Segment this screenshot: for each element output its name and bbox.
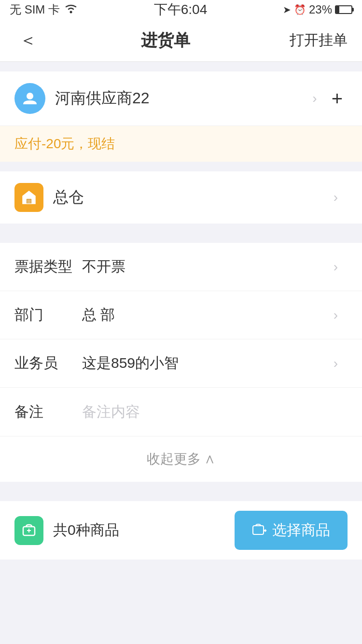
warehouse-row[interactable]: 总仓 › bbox=[0, 171, 362, 224]
warehouse-section: 总仓 › bbox=[0, 171, 362, 224]
page-title: 进货单 bbox=[141, 29, 190, 52]
location-icon: ➤ bbox=[283, 4, 291, 15]
invoice-chevron-icon: › bbox=[334, 259, 338, 275]
form-section: 票据类型 不开票 › 部门 总 部 › 业务员 这是859的小智 › 备注 备注… bbox=[0, 243, 362, 436]
svg-point-1 bbox=[27, 93, 33, 99]
battery-percent: 23% bbox=[309, 3, 332, 16]
invoice-type-label: 票据类型 bbox=[14, 257, 82, 277]
mid-divider1 bbox=[0, 162, 362, 171]
wifi-icon bbox=[64, 3, 78, 16]
page-background bbox=[0, 560, 362, 644]
select-product-label: 选择商品 bbox=[272, 520, 330, 540]
top-divider bbox=[0, 62, 362, 71]
supplier-section: 河南供应商22 › + 应付-20元，现结 bbox=[0, 71, 362, 162]
battery-icon bbox=[335, 5, 352, 14]
bottom-divider bbox=[0, 482, 362, 491]
svg-point-0 bbox=[70, 11, 72, 14]
sim-label: 无 SIM 卡 bbox=[10, 2, 60, 17]
remark-row[interactable]: 备注 备注内容 bbox=[0, 388, 362, 436]
svg-rect-4 bbox=[27, 199, 31, 203]
status-bar: 无 SIM 卡 下午6:04 ➤ ⏰ 23% bbox=[0, 0, 362, 19]
product-count-label: 共0种商品 bbox=[53, 520, 235, 540]
supplier-avatar bbox=[14, 83, 45, 114]
alarm-icon: ⏰ bbox=[294, 4, 306, 15]
department-label: 部门 bbox=[14, 305, 82, 325]
department-chevron-icon: › bbox=[334, 308, 338, 323]
salesperson-chevron-icon: › bbox=[334, 356, 338, 371]
department-row[interactable]: 部门 总 部 › bbox=[0, 291, 362, 339]
open-pending-button[interactable]: 打开挂单 bbox=[290, 30, 348, 50]
department-value: 总 部 bbox=[82, 305, 334, 325]
invoice-type-value: 不开票 bbox=[82, 257, 334, 277]
invoice-type-row[interactable]: 票据类型 不开票 › bbox=[0, 243, 362, 291]
nav-bar: ＜ 进货单 打开挂单 bbox=[0, 19, 362, 62]
svg-rect-8 bbox=[253, 526, 264, 534]
supplier-row[interactable]: 河南供应商22 › + bbox=[0, 71, 362, 126]
add-supplier-button[interactable]: + bbox=[327, 88, 348, 110]
status-left: 无 SIM 卡 bbox=[10, 2, 78, 17]
notice-bar: 应付-20元，现结 bbox=[0, 126, 362, 162]
warehouse-name: 总仓 bbox=[53, 187, 334, 208]
salesperson-label: 业务员 bbox=[14, 353, 82, 373]
supplier-chevron-icon: › bbox=[312, 91, 317, 106]
warehouse-icon bbox=[14, 183, 43, 212]
supplier-name: 河南供应商22 bbox=[55, 88, 312, 109]
collapse-section: 收起更多 ∧ bbox=[0, 436, 362, 482]
remark-input[interactable]: 备注内容 bbox=[82, 402, 348, 422]
mid-divider2 bbox=[0, 224, 362, 233]
warehouse-chevron-icon: › bbox=[334, 190, 338, 205]
product-icon bbox=[14, 516, 43, 545]
bottom-bar: 共0种商品 选择商品 bbox=[0, 501, 362, 560]
salesperson-value: 这是859的小智 bbox=[82, 353, 334, 373]
select-product-button[interactable]: 选择商品 bbox=[235, 511, 348, 550]
status-right: ➤ ⏰ 23% bbox=[283, 3, 352, 16]
collapse-button[interactable]: 收起更多 ∧ bbox=[147, 450, 216, 468]
back-button[interactable]: ＜ bbox=[14, 24, 42, 57]
notice-text: 应付-20元，现结 bbox=[14, 136, 115, 151]
status-time: 下午6:04 bbox=[154, 0, 208, 19]
salesperson-row[interactable]: 业务员 这是859的小智 › bbox=[0, 339, 362, 388]
remark-label: 备注 bbox=[14, 402, 82, 422]
